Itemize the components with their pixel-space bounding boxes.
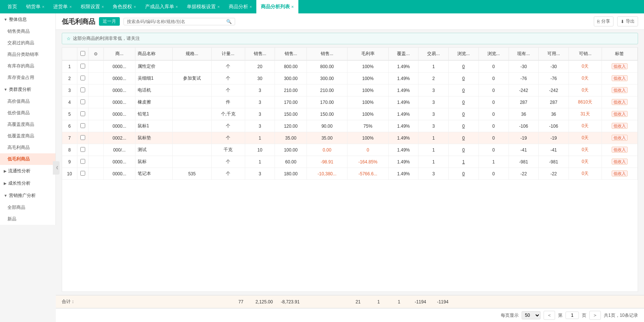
nav-permission-settings[interactable]: 权限设置 ×: [76, 0, 108, 13]
page-number-input[interactable]: [565, 312, 579, 319]
row-checkbox[interactable]: [80, 76, 85, 80]
cell-browse1[interactable]: 0: [449, 60, 479, 73]
col-header-settings[interactable]: ⚙: [88, 48, 103, 60]
col-header-gross-rate[interactable]: 毛利率: [347, 48, 389, 60]
sidebar-group-circulation[interactable]: ▶ 流通性分析: [0, 165, 55, 177]
sidebar-group-marketing[interactable]: ▼ 营销推广分析: [0, 189, 55, 202]
browse1-link[interactable]: 0: [462, 124, 465, 129]
cell-browse1[interactable]: 0: [449, 96, 479, 108]
cell-check[interactable]: [77, 168, 88, 180]
browse1-link[interactable]: 0: [462, 88, 465, 93]
close-icon[interactable]: ×: [69, 4, 71, 9]
cell-browse1[interactable]: 0: [449, 85, 479, 96]
cell-browse1[interactable]: 0: [449, 168, 479, 180]
nav-purchase-order[interactable]: 进货单 ×: [49, 0, 76, 13]
browse1-link[interactable]: 0: [462, 136, 465, 141]
cell-check[interactable]: [77, 85, 88, 96]
sidebar-group-overall[interactable]: ▼ 整体信息: [0, 13, 55, 26]
prev-page-button[interactable]: ＜: [544, 311, 555, 320]
cell-check[interactable]: [77, 73, 88, 85]
search-input[interactable]: [127, 19, 226, 24]
browse1-link[interactable]: 0: [462, 171, 465, 176]
nav-home[interactable]: 首页: [3, 0, 22, 13]
browse1-link[interactable]: 0: [462, 112, 465, 117]
cell-check[interactable]: [77, 144, 88, 156]
sidebar-item-low-coverage[interactable]: 低覆盖度商品: [0, 130, 55, 142]
col-header-current-stock[interactable]: 现有...: [509, 48, 539, 60]
sidebar-group-cluster[interactable]: ▼ 类群度分析: [0, 83, 55, 96]
col-header-spec[interactable]: 规格...: [173, 48, 212, 60]
browse1-link[interactable]: 0: [462, 100, 465, 105]
cell-browse1[interactable]: 0: [449, 108, 479, 120]
col-header-browse1[interactable]: 浏览...: [449, 48, 479, 60]
row-checkbox[interactable]: [80, 87, 85, 92]
export-button[interactable]: ⬇ 导出: [617, 16, 638, 26]
browse1-link[interactable]: 0: [462, 76, 465, 81]
sidebar-collapse-button[interactable]: 《: [53, 161, 60, 175]
col-header-transaction[interactable]: 交易...: [419, 48, 449, 60]
col-header-check[interactable]: [77, 48, 88, 60]
nav-finished-goods[interactable]: 产成品入库单 ×: [141, 0, 182, 13]
cell-browse1[interactable]: 1: [449, 156, 479, 168]
cell-check[interactable]: [77, 132, 88, 144]
col-header-sellable[interactable]: 可销...: [568, 48, 602, 60]
sidebar-item-stocked-products[interactable]: 有库存的商品: [0, 60, 55, 72]
sidebar-item-high-coverage[interactable]: 高覆盖度商品: [0, 119, 55, 130]
sidebar-item-high-margin[interactable]: 高毛利商品: [0, 142, 55, 153]
close-icon[interactable]: ×: [176, 4, 178, 9]
row-checkbox[interactable]: [80, 111, 85, 116]
select-all-checkbox[interactable]: [80, 51, 85, 56]
row-checkbox[interactable]: [80, 171, 85, 176]
share-button[interactable]: ⎘ 分享: [594, 16, 613, 26]
close-icon[interactable]: ×: [217, 4, 220, 9]
col-header-available[interactable]: 可用...: [539, 48, 569, 60]
col-header-sales-count[interactable]: 销售...: [245, 48, 275, 60]
nav-role-auth[interactable]: 角色授权 ×: [108, 0, 140, 13]
nav-product-analysis-list[interactable]: 商品分析列表 ×: [256, 0, 298, 13]
sidebar-item-all-products[interactable]: 全部商品: [0, 202, 55, 213]
sidebar-group-growth[interactable]: ▶ 成长性分析: [0, 177, 55, 189]
browse1-link[interactable]: 1: [462, 159, 465, 165]
next-page-button[interactable]: ＞: [589, 311, 601, 320]
col-header-name[interactable]: 商品名称: [135, 48, 173, 60]
close-icon[interactable]: ×: [102, 4, 104, 9]
sidebar-item-category-sales-rate[interactable]: 商品分类助销率: [0, 49, 55, 60]
close-icon[interactable]: ×: [291, 4, 294, 9]
settings-icon[interactable]: ⚙: [94, 51, 98, 57]
nav-template-settings[interactable]: 单据模板设置 ×: [182, 0, 224, 13]
sidebar-item-sales-products[interactable]: 销售类商品: [0, 26, 55, 37]
row-checkbox[interactable]: [80, 123, 85, 128]
browse1-link[interactable]: 0: [462, 64, 465, 69]
sidebar-item-inventory-capital[interactable]: 库存资金占用: [0, 72, 55, 83]
row-checkbox[interactable]: [80, 147, 85, 152]
search-icon[interactable]: 🔍: [226, 19, 232, 24]
browse1-link[interactable]: 0: [462, 147, 465, 153]
sidebar-item-low-margin[interactable]: 低毛利商品: [0, 153, 55, 165]
sidebar-item-high-value[interactable]: 高价值商品: [0, 96, 55, 107]
per-page-select[interactable]: 50 100 200: [522, 311, 541, 319]
cell-browse1[interactable]: 0: [449, 73, 479, 85]
cell-check[interactable]: [77, 120, 88, 132]
nav-product-analysis[interactable]: 商品分析 ×: [224, 0, 256, 13]
cell-check[interactable]: [77, 108, 88, 120]
col-header-sales-profit[interactable]: 销售...: [307, 48, 347, 60]
sidebar-item-traded-products[interactable]: 交易过的商品: [0, 37, 55, 49]
cell-check[interactable]: [77, 96, 88, 108]
sidebar-item-new-products[interactable]: 新品: [0, 213, 55, 225]
close-icon[interactable]: ×: [134, 4, 136, 9]
close-icon[interactable]: ×: [250, 4, 252, 9]
cell-check[interactable]: [77, 156, 88, 168]
sidebar-item-low-value[interactable]: 低价值商品: [0, 107, 55, 119]
row-checkbox[interactable]: [80, 64, 85, 68]
cell-browse1[interactable]: 0: [449, 120, 479, 132]
col-header-code[interactable]: 商...: [103, 48, 135, 60]
col-header-browse2[interactable]: 浏览...: [478, 48, 509, 60]
col-header-unit[interactable]: 计量...: [211, 48, 245, 60]
row-checkbox[interactable]: [80, 135, 85, 140]
cell-check[interactable]: [77, 60, 88, 73]
date-filter-button[interactable]: 近一月: [99, 17, 120, 26]
cell-browse1[interactable]: 0: [449, 144, 479, 156]
cell-browse1[interactable]: 0: [449, 132, 479, 144]
col-header-sales-price[interactable]: 销售...: [275, 48, 307, 60]
close-icon[interactable]: ×: [42, 4, 44, 9]
